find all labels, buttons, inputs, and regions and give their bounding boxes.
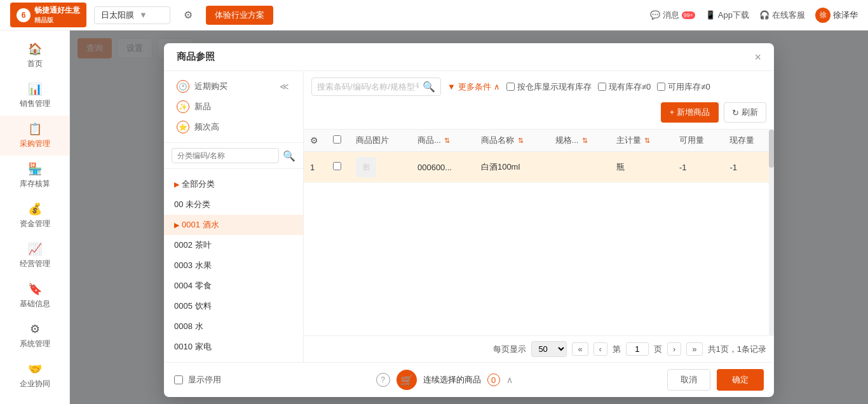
available-nonzero-filter[interactable]: 可用库存≠0 bbox=[657, 81, 710, 93]
cancel-button[interactable]: 取消 bbox=[667, 369, 710, 391]
cat-label-fruit: 0003 水果 bbox=[174, 260, 212, 271]
message-notification[interactable]: 💬 消息 99+ bbox=[650, 10, 695, 21]
more-filter-button[interactable]: ▼ 更多条件 ∧ bbox=[447, 81, 500, 93]
table-scrollbar[interactable] bbox=[769, 130, 774, 335]
col-unit-header[interactable]: 主计量 ⇅ bbox=[610, 130, 673, 152]
product-search-box: 🔍 bbox=[311, 77, 441, 96]
nonzero-stock-label: 现有库存≠0 bbox=[609, 81, 651, 93]
quick-item-frequent[interactable]: ⭐ 频次高 bbox=[172, 117, 295, 137]
cat-fruit[interactable]: 0003 水果 bbox=[164, 255, 303, 276]
sort-icon-code: ⇅ bbox=[444, 137, 450, 144]
cat-unclassified[interactable]: 00 未分类 bbox=[164, 194, 303, 215]
row-unit: 瓶 bbox=[610, 152, 673, 183]
page-size-select[interactable]: 50 100 200 bbox=[531, 341, 567, 357]
logo: 6 畅捷通好生意 精品版 bbox=[10, 3, 86, 27]
col-settings: ⚙ bbox=[304, 130, 327, 152]
app-label: App下载 bbox=[718, 10, 749, 21]
quick-item-recent[interactable]: 🕐 近期购买 ≪ bbox=[172, 76, 295, 97]
sidebar-item-sales[interactable]: 📊 销售管理 bbox=[0, 76, 69, 116]
sidebar-label-enterprise: 企业协同 bbox=[20, 379, 50, 389]
sidebar-item-finance[interactable]: 💰 资金管理 bbox=[0, 196, 69, 236]
settings-icon[interactable]: ⚙ bbox=[178, 5, 198, 25]
sidebar-item-system[interactable]: ⚙ 系统管理 bbox=[0, 316, 69, 356]
confirm-button[interactable]: 确定 bbox=[717, 369, 764, 391]
sidebar-item-home[interactable]: 🏠 首页 bbox=[0, 36, 69, 76]
cat-liquor[interactable]: ▶ 0001 酒水 bbox=[164, 215, 303, 235]
collapse-icon[interactable]: ≪ bbox=[278, 80, 290, 93]
chevron-up-icon[interactable]: ∧ bbox=[506, 375, 513, 385]
refresh-button[interactable]: ↻ 刷新 bbox=[724, 102, 766, 123]
purchase-icon: 📋 bbox=[28, 122, 42, 136]
available-nonzero-checkbox[interactable] bbox=[657, 83, 665, 91]
page-label: 第 bbox=[613, 344, 621, 355]
cat-label-water: 0008 水 bbox=[174, 321, 203, 332]
product-reference-modal: 商品参照 × 🕐 近期购买 ≪ bbox=[164, 43, 774, 397]
username-label: 徐泽华 bbox=[833, 10, 858, 21]
sort-icon-unit: ⇅ bbox=[644, 137, 650, 144]
available-nonzero-label: 可用库存≠0 bbox=[668, 81, 710, 93]
nonzero-stock-checkbox[interactable] bbox=[598, 83, 606, 91]
product-table: ⚙ 商品图片 商品... ⇅ bbox=[304, 130, 774, 183]
clock-icon: 🕐 bbox=[177, 80, 189, 93]
page-number-input[interactable] bbox=[626, 342, 649, 356]
col-checkbox bbox=[327, 130, 349, 152]
row-name: 白酒100ml bbox=[475, 152, 549, 183]
col-unit-label: 主计量 bbox=[616, 135, 641, 145]
scrollbar-thumb[interactable] bbox=[769, 130, 774, 168]
cat-water[interactable]: 0008 水 bbox=[164, 316, 303, 337]
cat-all[interactable]: ▶ 全部分类 bbox=[164, 174, 303, 194]
user-profile[interactable]: 徐 徐泽华 bbox=[815, 8, 858, 23]
category-search-input[interactable] bbox=[172, 148, 279, 163]
sidebar-item-guide[interactable]: 📖 新手引导 bbox=[0, 396, 69, 404]
store-selector[interactable]: 日太阳膜 ▼ bbox=[94, 6, 170, 24]
sidebar-item-business[interactable]: 📈 经营管理 bbox=[0, 236, 69, 276]
cat-tea[interactable]: 0002 茶叶 bbox=[164, 235, 303, 255]
footer-right: 取消 确定 bbox=[667, 369, 764, 391]
table-row[interactable]: 1 图 000600... 白酒100ml bbox=[304, 152, 774, 183]
nonzero-stock-filter[interactable]: 现有库存≠0 bbox=[598, 81, 651, 93]
col-code-header[interactable]: 商品... ⇅ bbox=[411, 130, 475, 152]
quick-item-new[interactable]: ✨ 新品 bbox=[172, 97, 295, 117]
row-checkbox[interactable] bbox=[333, 162, 341, 170]
service-label: 在线客服 bbox=[772, 10, 805, 21]
sidebar-label-home: 首页 bbox=[27, 58, 43, 69]
product-table-wrap: ⚙ 商品图片 商品... ⇅ bbox=[304, 130, 774, 335]
col-spec-header[interactable]: 规格... ⇅ bbox=[549, 130, 610, 152]
main-layout: 🏠 首页 📊 销售管理 📋 采购管理 🏪 库存核算 💰 资金管理 📈 经营管理 … bbox=[0, 30, 868, 404]
finance-icon: 💰 bbox=[28, 202, 42, 216]
online-service[interactable]: 🎧 在线客服 bbox=[759, 10, 805, 21]
sidebar-label-system: 系统管理 bbox=[20, 339, 50, 349]
first-page-btn[interactable]: « bbox=[572, 342, 588, 356]
sidebar-item-inventory[interactable]: 🏪 库存核算 bbox=[0, 156, 69, 196]
product-search-input[interactable] bbox=[317, 82, 419, 91]
col-spec-label: 规格... bbox=[555, 135, 579, 145]
col-name-header[interactable]: 商品名称 ⇅ bbox=[475, 130, 549, 152]
next-page-btn[interactable]: › bbox=[667, 342, 681, 356]
cart-icon[interactable]: 🛒 bbox=[397, 370, 417, 390]
app-download[interactable]: 📱 App下载 bbox=[705, 10, 749, 21]
sidebar-item-basic-info[interactable]: 🔖 基础信息 bbox=[0, 276, 69, 316]
row-img-cell: 图 bbox=[349, 152, 411, 183]
table-settings-icon[interactable]: ⚙ bbox=[310, 135, 318, 145]
cat-appliance[interactable]: 0010 家电 bbox=[164, 337, 303, 357]
cat-snack[interactable]: 0004 零食 bbox=[164, 276, 303, 296]
add-product-button[interactable]: + 新增商品 bbox=[661, 102, 719, 123]
select-all-checkbox[interactable] bbox=[333, 135, 341, 144]
warehouse-stock-filter[interactable]: 按仓库显示现有库存 bbox=[506, 81, 592, 93]
cat-beverage[interactable]: 0005 饮料 bbox=[164, 296, 303, 316]
show-disabled-checkbox[interactable] bbox=[174, 375, 183, 384]
category-search-icon[interactable]: 🔍 bbox=[283, 150, 295, 162]
prev-page-btn[interactable]: ‹ bbox=[593, 342, 607, 356]
sidebar-item-enterprise[interactable]: 🤝 企业协同 bbox=[0, 356, 69, 396]
experience-button[interactable]: 体验行业方案 bbox=[206, 6, 273, 25]
category-search: 🔍 bbox=[164, 143, 303, 169]
filter-up-icon: ∧ bbox=[494, 82, 500, 91]
col-code-label: 商品... bbox=[417, 135, 441, 145]
last-page-btn[interactable]: » bbox=[686, 342, 702, 356]
help-icon[interactable]: ? bbox=[376, 373, 390, 387]
modal-footer: 显示停用 ? 🛒 连续选择的商品 0 ∧ 取消 确定 bbox=[164, 362, 774, 397]
search-icon[interactable]: 🔍 bbox=[423, 81, 435, 93]
modal-close-button[interactable]: × bbox=[754, 51, 761, 63]
warehouse-stock-checkbox[interactable] bbox=[506, 83, 515, 91]
sidebar-item-purchase[interactable]: 📋 采购管理 bbox=[0, 116, 69, 156]
